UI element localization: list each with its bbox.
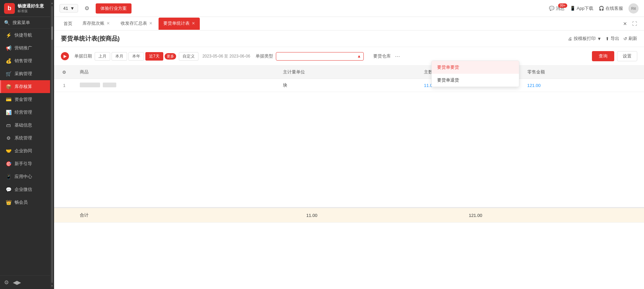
prev-month-button[interactable]: 上月 [95,52,110,61]
sidebar-item-operations[interactable]: 📊 经营管理 [0,106,50,119]
notification-area[interactable]: 💬 消息 99+ [549,5,565,12]
total-label: 合计 [74,208,220,223]
store-selector[interactable]: 41 ▼ [59,4,78,13]
date-quick-buttons: 上月 本月 本年 近7天 更多 [95,52,176,61]
tab-order-stats[interactable]: 要货单统计表 ✕ [159,18,200,30]
sidebar-item-quick-nav[interactable]: ⚡ 快捷导航 [0,29,50,42]
quick-nav-icon: ⚡ [5,32,12,38]
export-button[interactable]: ⬆ 导出 [605,36,619,42]
settings-footer-icon[interactable]: ⚙ [4,279,9,286]
table-settings-icon: ⚙ [62,70,66,75]
online-service-area[interactable]: 🎧 在线客服 [599,5,623,12]
app-download-area[interactable]: 📱 App下载 [570,5,593,12]
sidebar-item-wechat[interactable]: 💬 企业微信 [0,183,50,196]
sidebar-item-label: 基础信息 [15,122,32,128]
product-placeholder-2 [103,83,116,87]
dropdown-item-order-return[interactable]: 要货单退货 [432,74,519,87]
table-wrapper: ⚙ 商品 主计量单位 主数量 零售金额 1 [54,66,644,92]
online-service-label: 在线客服 [605,5,623,12]
sidebar-item-member[interactable]: 👑 畅会员 [0,196,50,209]
col-product: 商品 [74,66,278,79]
scroll-up-arrow[interactable]: ▲ [51,1,54,5]
total-table: 合计 11.00 121.00 [54,207,644,223]
refresh-label: 刷新 [628,36,637,42]
total-amount: 121.00 [463,208,644,223]
tab-inventory-batch[interactable]: 库存批次账 ✕ [78,18,115,30]
sidebar-item-system[interactable]: ⚙ 系统管理 [0,132,50,144]
tab-inventory-batch-close[interactable]: ✕ [106,21,110,26]
tab-order-stats-close[interactable]: ✕ [192,21,195,26]
logo-icon: b [4,3,15,14]
member-icon: 👑 [5,200,12,205]
type-filter-input[interactable] [276,52,364,61]
date-more-badge[interactable]: 更多 [165,53,176,60]
header-right: 💬 消息 99+ 📱 App下载 🎧 在线客服 Rit [549,3,639,14]
total-area: 合计 11.00 121.00 [54,207,644,223]
sidebar-item-label: 营销推广 [15,45,32,51]
query-button[interactable]: 查询 [592,51,614,61]
sidebar-item-label: 企业协同 [15,148,32,154]
row-amount: 121.00 [522,79,644,92]
sidebar-item-sales[interactable]: 💰 销售管理 [0,54,50,67]
sidebar-scrollbar: ▲ ▼ [50,0,54,289]
online-service-icon: 🎧 [599,6,604,11]
sidebar-item-basic-info[interactable]: 🗃 基础信息 [0,119,50,132]
store-name: 41 [63,6,68,11]
last-7-days-button[interactable]: 近7天 [145,52,163,61]
store-chevron-icon: ▼ [70,6,74,11]
purchase-icon: 🛒 [5,71,12,76]
notification-badge: 99+ [558,3,567,8]
col-settings[interactable]: ⚙ [54,66,74,79]
product-placeholder-1 [80,83,100,87]
curr-month-button[interactable]: 本月 [112,52,127,61]
inventory-icon: 📦 [5,84,12,89]
sidebar-item-marketing[interactable]: 📢 营销推广 [0,42,50,54]
curr-year-button[interactable]: 本年 [128,52,144,61]
sidebar-search[interactable]: 🔍 搜索菜单 [0,17,50,29]
sidebar-search-label: 搜索菜单 [13,20,30,26]
type-filter-label: 单据类型 [256,53,273,59]
warehouse-more-icon[interactable]: ··· [393,53,401,60]
header-gear-button[interactable]: ⚙ [82,4,92,13]
avatar-text: Rit [631,6,636,10]
sidebar-item-label: 畅会员 [15,199,28,205]
filter-expand-button[interactable]: ▶ [61,52,69,60]
print-icon: 🖨 [568,36,572,41]
print-button[interactable]: 🖨 按模板打印 ▼ [568,36,601,42]
sidebar-item-app-center[interactable]: 📱 应用中心 [0,170,50,183]
tab-home[interactable]: 首页 [59,18,76,29]
type-chevron-up-icon[interactable]: ▲ [357,54,361,59]
row-seq: 1 [54,79,74,92]
tab-close-all-button[interactable]: ✕ [621,20,629,28]
basic-info-icon: 🗃 [5,123,12,128]
tabs-bar: 首页 库存批次账 ✕ 收发存汇总表 ✕ 要货单统计表 ✕ ✕ ⛶ [54,17,644,30]
sidebar-item-label: 快捷导航 [15,32,32,38]
scroll-down-arrow[interactable]: ▼ [51,284,54,288]
tab-collection-summary[interactable]: 收发存汇总表 ✕ [116,18,157,30]
sidebar-item-enterprise[interactable]: 🤝 企业协同 [0,144,50,157]
filter-settings-button[interactable]: 设置 [617,51,637,61]
sidebar-item-finance[interactable]: 💳 资金管理 [0,93,50,106]
tabs-controls: ✕ ⛶ [621,20,639,28]
filter-area: ▶ 单据日期 上月 本月 本年 近7天 更多 自定义 2023-05-06 至 … [54,47,644,66]
tab-expand-button[interactable]: ⛶ [630,20,639,28]
marketing-icon: 📢 [5,45,12,51]
avatar[interactable]: Rit [628,3,639,14]
sidebar-item-guide[interactable]: 🎯 新手引导 [0,157,50,170]
sidebar-item-label: 资金管理 [15,96,32,103]
toggle-sidebar-icon[interactable]: ◀▶ [13,279,21,286]
row-amount-link[interactable]: 121.00 [527,83,541,88]
dropdown-item-order-goods[interactable]: 要货单要货 [432,61,519,74]
refresh-button[interactable]: ↺ 刷新 [623,36,637,42]
filter-action-buttons: 查询 设置 [592,51,637,61]
page-container: 要货单统计表(按商品) 🖨 按模板打印 ▼ ⬆ 导出 ↺ 刷新 [54,30,644,289]
guide-icon: 🎯 [5,161,12,166]
date-custom-button[interactable]: 自定义 [179,52,198,61]
sidebar-item-inventory[interactable]: 📦 库存核算 [0,80,50,93]
sidebar-item-purchase[interactable]: 🛒 采购管理 [0,67,50,80]
tab-collection-summary-close[interactable]: ✕ [149,21,152,26]
sidebar-item-label: 采购管理 [15,71,32,77]
content-area: 要货单统计表(按商品) 🖨 按模板打印 ▼ ⬆ 导出 ↺ 刷新 [54,30,644,289]
warehouse-filter-label: 要货仓库 [373,53,391,59]
industry-plan-button[interactable]: 体验行业方案 [96,3,132,14]
